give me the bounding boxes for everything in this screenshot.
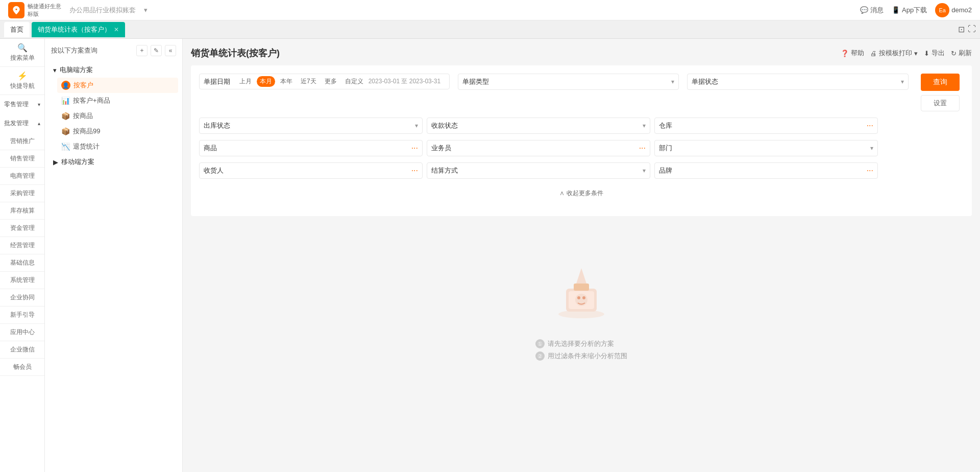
left-panel-actions: + ✎ « (136, 45, 176, 56)
goods-filter[interactable]: 商品 ··· (199, 140, 423, 156)
add-scheme-btn[interactable]: + (136, 45, 148, 56)
logo-area: 畅捷通好生意 标版 (8, 2, 61, 18)
sidebar-item-sales[interactable]: 销售管理 (0, 150, 44, 168)
empty-tips: ① 请先选择要分析的方案 ② 用过滤条件来缩小分析范围 (535, 336, 627, 364)
print-btn[interactable]: 🖨 按模板打印 ▾ (870, 49, 918, 58)
salesperson-filter[interactable]: 业务员 ··· (427, 140, 650, 156)
order-status-filter[interactable]: 单据状态 ▾ (687, 74, 909, 90)
date-btn-this-month[interactable]: 本月 (257, 76, 275, 87)
purchase-label: 采购管理 (10, 189, 35, 198)
by-goods99-label: 按商品99 (73, 127, 100, 136)
appcenter-label: 应用中心 (10, 328, 35, 337)
date-btn-7days[interactable]: 近7天 (298, 76, 320, 87)
tree-item-by-goods[interactable]: 📦 按商品 (57, 108, 178, 124)
consignee-filter[interactable]: 收货人 ··· (199, 162, 423, 179)
minimize-icon[interactable]: ⊡ (958, 25, 965, 34)
tree-item-by-goods99[interactable]: 📦 按商品99 (57, 124, 178, 139)
consignee-label: 收货人 (204, 166, 234, 175)
collapse-panel-btn[interactable]: « (165, 45, 176, 56)
tree-desktop-items: 👤 按客户 📊 按客户+商品 📦 按商品 📦 按商品99 (49, 78, 178, 154)
department-arrow-icon: ▾ (870, 145, 873, 152)
sidebar-item-finance[interactable]: 资金管理 (0, 220, 44, 237)
help-btn[interactable]: ❓ 帮助 (841, 49, 864, 58)
sidebar-item-operations[interactable]: 经营管理 (0, 237, 44, 254)
date-filter[interactable]: 单据日期 上月 本月 本年 近7天 更多 自定义 2023-03-01 至 20… (199, 74, 450, 89)
sales-label: 销售管理 (10, 154, 35, 163)
tab-sales-stat[interactable]: 销货单统计表（按客户） ✕ (32, 22, 125, 37)
sidebar-item-ecom[interactable]: 电商管理 (0, 168, 44, 185)
page-title: 销货单统计表(按客户) (191, 47, 280, 59)
message-icon: 💬 (860, 6, 868, 14)
order-type-filter[interactable]: 单据类型 ▾ (458, 74, 679, 90)
sidebar-item-enterprisewechat[interactable]: 企业微信 (0, 341, 44, 359)
by-customer-label: 按客户 (74, 81, 93, 90)
settlement-label: 结算方式 (431, 166, 462, 175)
top-bar-left: 畅捷通好生意 标版 办公用品行业模拟账套 ▾ (8, 2, 148, 18)
tab-close-icon[interactable]: ✕ (114, 26, 119, 33)
inventory-label: 库存核算 (10, 206, 35, 215)
operations-label: 经营管理 (10, 241, 35, 250)
query-btn[interactable]: 查询 (921, 74, 960, 91)
sidebar-item-purchase[interactable]: 采购管理 (0, 185, 44, 202)
receipt-status-label: 收款状态 (431, 121, 462, 130)
sidebar-item-search[interactable]: 🔍 搜索菜单 (0, 39, 44, 67)
app-download-btn[interactable]: 📱 App下载 (892, 6, 927, 15)
mobile-group[interactable]: ▶ 移动端方案 (49, 154, 178, 170)
warehouse-filter[interactable]: 仓库 ··· (654, 117, 878, 134)
department-filter[interactable]: 部门 ▾ (654, 140, 878, 156)
order-type-label: 单据类型 (462, 77, 493, 86)
setting-btn[interactable]: 设置 (921, 95, 960, 111)
desktop-group[interactable]: ▾ 电脑端方案 (49, 62, 178, 78)
wholesale-arrow-icon: ▴ (38, 121, 40, 126)
goods-dots[interactable]: ··· (411, 144, 418, 153)
receipt-status-filter[interactable]: 收款状态 ▾ (427, 117, 650, 134)
refresh-btn[interactable]: ↻ 刷新 (951, 49, 972, 58)
enterprisewechat-label: 企业微信 (10, 345, 35, 354)
tree-item-by-customer[interactable]: 👤 按客户 (57, 78, 178, 93)
sidebar-item-inventory[interactable]: 库存核算 (0, 202, 44, 220)
user-area[interactable]: Ea demo2 (935, 3, 972, 17)
tree-item-customer-goods[interactable]: 📊 按客户+商品 (57, 93, 178, 108)
settlement-filter[interactable]: 结算方式 ▾ (427, 162, 650, 179)
tab-home[interactable]: 首页 (4, 22, 30, 37)
sidebar-item-member[interactable]: 畅会员 (0, 359, 44, 376)
brand-dots[interactable]: ··· (867, 166, 873, 175)
logo-text: 畅捷通好生意 标版 (28, 3, 61, 17)
sidebar-item-enterprise[interactable]: 企业协同 (0, 289, 44, 306)
message-btn[interactable]: 💬 消息 (860, 6, 884, 15)
wholesale-label: 批发管理 (4, 119, 29, 128)
out-status-filter[interactable]: 出库状态 ▾ (199, 117, 423, 134)
sidebar-item-newbie[interactable]: 新手引导 (0, 306, 44, 324)
system-label: 系统管理 (10, 276, 35, 285)
date-btn-this-year[interactable]: 本年 (277, 76, 296, 87)
edit-scheme-btn[interactable]: ✎ (151, 45, 162, 56)
date-btn-more[interactable]: 更多 (322, 76, 340, 87)
industry-dropdown[interactable]: ▾ (144, 6, 148, 14)
avatar: Ea (935, 3, 949, 17)
sidebar-item-appcenter[interactable]: 应用中心 (0, 324, 44, 341)
filter-row-4: 收货人 ··· 结算方式 ▾ 品牌 ··· (199, 162, 964, 179)
date-btn-custom[interactable]: 自定义 (342, 76, 366, 87)
tree-item-return-stat[interactable]: 📉 退货统计 (57, 139, 178, 154)
add-icon: + (140, 47, 143, 54)
sidebar-item-marketing[interactable]: 营销推广 (0, 133, 44, 150)
export-btn[interactable]: ⬇ 导出 (924, 49, 945, 58)
sidebar-item-retail[interactable]: 零售管理 ▾ (0, 95, 44, 114)
page-actions: ❓ 帮助 🖨 按模板打印 ▾ ⬇ 导出 ↻ (841, 49, 972, 58)
filter-row-3: 商品 ··· 业务员 ··· 部门 ▾ (199, 140, 964, 156)
sidebar-item-basic[interactable]: 基础信息 (0, 254, 44, 272)
expand-icon[interactable]: ⛶ (968, 25, 976, 34)
newbie-label: 新手引导 (10, 311, 35, 319)
salesperson-dots[interactable]: ··· (639, 144, 646, 153)
sidebar-item-quicknav[interactable]: ⚡ 快捷导航 (0, 67, 44, 95)
warehouse-dots[interactable]: ··· (867, 121, 873, 130)
consignee-dots[interactable]: ··· (411, 166, 418, 175)
sidebar-item-system[interactable]: 系统管理 (0, 272, 44, 289)
sidebar-item-wholesale[interactable]: 批发管理 ▴ (0, 114, 44, 133)
collapse-more-btn[interactable]: ∧ 收起更多条件 (199, 185, 964, 202)
filter-panel: 单据日期 上月 本月 本年 近7天 更多 自定义 2023-03-01 至 20… (191, 65, 972, 216)
date-btn-last-month[interactable]: 上月 (236, 76, 255, 87)
main-layout: 🔍 搜索菜单 ⚡ 快捷导航 零售管理 ▾ 批发管理 ▴ 营销推广 销售管理 (0, 39, 980, 472)
brand-filter[interactable]: 品牌 ··· (654, 162, 878, 179)
tab-expand: ⊡ ⛶ (958, 25, 976, 34)
